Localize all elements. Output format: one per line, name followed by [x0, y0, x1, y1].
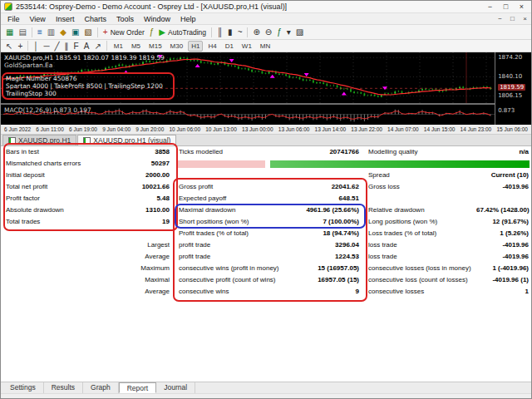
crosshair-button[interactable]: +: [16, 40, 24, 52]
chart-tab-xauusd-visual[interactable]: XAUUSD.pro,H1 (visual): [77, 135, 176, 145]
market-watch-button[interactable]: ≡: [36, 27, 44, 38]
templates-icon: ▨: [296, 27, 303, 37]
report-value: 1: [476, 286, 531, 298]
minimize-button[interactable]: −: [482, 1, 498, 12]
menu-view[interactable]: View: [25, 15, 51, 23]
timeframe-m1-button[interactable]: M1: [111, 41, 126, 52]
terminal-button[interactable]: ▣: [70, 27, 81, 38]
report-value: -4019.96: [476, 251, 531, 263]
menu-charts[interactable]: Charts: [79, 15, 111, 23]
report-label: Initial deposit: [1, 170, 106, 181]
tester-tab-journal[interactable]: Journal: [156, 382, 195, 393]
trendline-button[interactable]: ╱: [53, 40, 62, 52]
zoom-in-button[interactable]: ⊕: [251, 27, 261, 38]
profiles-button[interactable]: ▤: [17, 27, 27, 38]
metaeditor-icon: ƒ: [150, 27, 155, 37]
report-value: [106, 228, 174, 239]
report-row: Mismatched charts errors50297: [1, 158, 531, 170]
report-value: Current (10): [476, 170, 531, 181]
chart-icon: [83, 137, 91, 144]
child-close-button[interactable]: ×: [519, 15, 531, 22]
menu-insert[interactable]: Insert: [51, 15, 80, 23]
report-value: 4961.96 (25.66%): [305, 204, 363, 216]
report-row: Profit factor5.48Expected payoff648.51: [1, 193, 531, 204]
timeframe-mn-button[interactable]: MN: [257, 41, 273, 52]
child-minimize-button[interactable]: −: [494, 15, 506, 22]
horizontal-line-button[interactable]: ─: [42, 40, 51, 52]
timeframe-m30-button[interactable]: M30: [167, 41, 187, 52]
candlestick-chart-button[interactable]: ▮: [226, 27, 234, 38]
chart-tab-bar: XAUUSD.pro,H1 XAUUSD.pro,H1 (visual): [1, 135, 531, 146]
report-value: [476, 193, 531, 204]
data-window-button[interactable]: ▥: [46, 27, 57, 38]
cursor-button[interactable]: ↖: [4, 40, 14, 52]
strategy-tester-icon: ▧: [84, 27, 91, 37]
line-chart-button[interactable]: ~: [236, 27, 244, 38]
maximize-button[interactable]: □: [498, 1, 514, 12]
cursor-icon: ↖: [6, 41, 12, 52]
time-axis-label: 14 Jun 23:00: [461, 126, 492, 132]
price-chart[interactable]: XAUUSD.pro,H1 1835.91 1820.07 1819.39 18…: [1, 52, 495, 125]
bar-chart-icon: ║: [217, 27, 223, 37]
timeframe-h1-button[interactable]: H1: [188, 41, 203, 52]
report-value: 1224.53: [305, 251, 363, 263]
report-label: Ticks modelled: [174, 146, 305, 158]
time-axis-label: 13 Jun 06:00: [278, 126, 310, 132]
vertical-line-button[interactable]: │: [32, 40, 40, 52]
tester-tab-graph[interactable]: Graph: [83, 382, 119, 393]
zoom-out-button[interactable]: ⊖: [264, 27, 273, 38]
templates-button[interactable]: ▨: [294, 27, 305, 38]
bar-chart-button[interactable]: ║: [215, 27, 224, 38]
text-icon: A: [84, 41, 90, 52]
time-axis[interactable]: 6 Jun 20226 Jun 11:006 Jun 19:009 Jun 04…: [1, 125, 531, 135]
report-value: [305, 170, 363, 181]
indicators-button[interactable]: ƒ: [275, 27, 283, 38]
report-label: loss trade: [363, 251, 476, 263]
close-button[interactable]: ×: [514, 1, 530, 12]
metaeditor-button[interactable]: ƒ: [148, 27, 156, 38]
navigator-icon: ◆: [60, 27, 66, 37]
report-label: consecutive profit (count of wins): [174, 274, 305, 286]
tester-tab-report[interactable]: Report: [119, 382, 157, 393]
tester-tab-settings[interactable]: Settings: [2, 382, 44, 393]
report-row: Largestprofit trade3296.04loss trade-401…: [1, 239, 531, 251]
periods-button[interactable]: ▾: [285, 27, 293, 38]
new-order-icon: +: [103, 27, 108, 37]
new-chart-button[interactable]: ▦: [4, 27, 15, 38]
fibonacci-button[interactable]: F: [72, 40, 81, 52]
time-axis-label: 6 Jun 11:00: [36, 126, 64, 132]
report-value: 18 (94.74%): [305, 228, 363, 239]
strategy-tester-button[interactable]: ▧: [82, 27, 93, 38]
new-order-button[interactable]: +New Order: [101, 27, 146, 38]
report-value: 3296.04: [305, 239, 363, 251]
arrows-button[interactable]: ↗: [92, 40, 102, 52]
channel-button[interactable]: ∥: [63, 40, 71, 52]
autotrading-button[interactable]: ▶AutoTrading: [157, 27, 208, 38]
timeframe-d1-button[interactable]: D1: [222, 41, 237, 52]
report-value: 22041.62: [305, 181, 363, 193]
menu-help[interactable]: Help: [175, 15, 201, 23]
menu-tools[interactable]: Tools: [111, 15, 139, 23]
price-axis[interactable]: 1874.20 1840.10 1819.59 1806.15 0.873: [495, 52, 531, 125]
report-label: [1, 286, 106, 298]
autotrading-icon: ▶: [159, 27, 165, 37]
report-row: Maximumconsecutive wins (profit in money…: [1, 263, 531, 274]
arrows-icon: ↗: [94, 41, 101, 52]
timeframe-m5-button[interactable]: M5: [128, 41, 144, 52]
child-restore-button[interactable]: □: [506, 15, 519, 22]
timeframe-m15-button[interactable]: M15: [145, 41, 165, 52]
timeframe-w1-button[interactable]: W1: [239, 41, 255, 52]
report-label: consecutive losses: [363, 286, 476, 298]
tester-tab-results[interactable]: Results: [44, 382, 83, 393]
menu-file[interactable]: File: [2, 15, 25, 23]
chart-tab-xauusd[interactable]: XAUUSD.pro,H1: [2, 135, 76, 145]
report-row: Total trades19Short positions (won %)7 (…: [1, 216, 531, 228]
text-button[interactable]: A: [82, 40, 91, 52]
report-value: 9: [305, 286, 363, 298]
report-label: Relative drawdown: [363, 204, 476, 216]
navigator-button[interactable]: ◆: [58, 27, 68, 38]
titlebar: 2535144: Osprey-Demo - Demo Account - Os…: [1, 1, 531, 13]
time-axis-label: 13 Jun 00:00: [242, 126, 273, 132]
menu-window[interactable]: Window: [139, 15, 175, 23]
timeframe-h4-button[interactable]: H4: [204, 41, 219, 52]
